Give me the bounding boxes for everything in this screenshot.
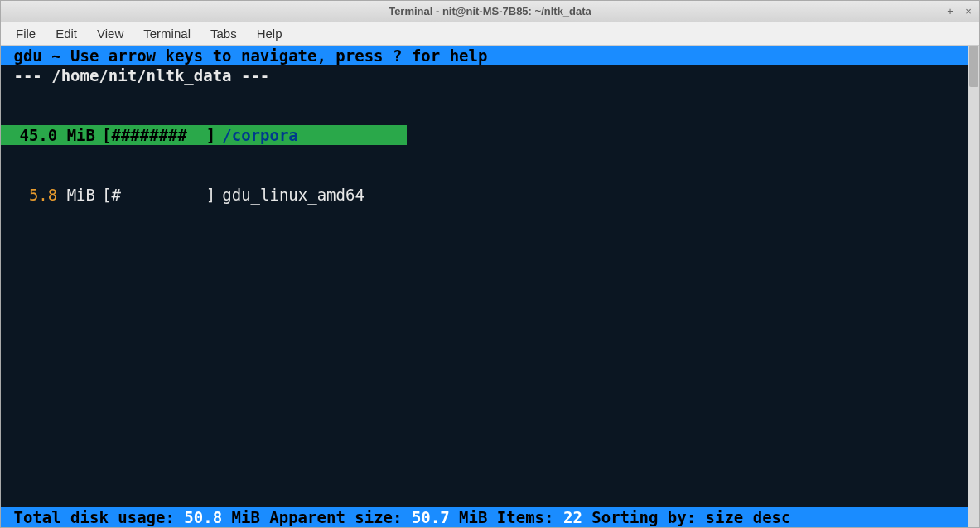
path-prefix: ---	[4, 66, 51, 85]
menu-edit[interactable]: Edit	[47, 25, 85, 42]
path-text: /home/nit/nltk_data	[51, 66, 231, 85]
scrollbar-thumb[interactable]	[969, 46, 978, 87]
menu-tabs[interactable]: Tabs	[202, 25, 245, 42]
scrollbar[interactable]	[968, 46, 979, 527]
terminal-viewport[interactable]: gdu ~ Use arrow keys to navigate, press …	[1, 46, 968, 527]
window-title: Terminal - nit@nit-MS-7B85: ~/nltk_data	[389, 5, 591, 17]
menubar: File Edit View Terminal Tabs Help	[1, 22, 979, 46]
menu-view[interactable]: View	[89, 25, 132, 42]
terminal-window: Terminal - nit@nit-MS-7B85: ~/nltk_data …	[0, 0, 980, 528]
row-bar: [# ]	[102, 185, 215, 205]
path-suffix: ---	[232, 66, 270, 85]
menu-terminal[interactable]: Terminal	[135, 25, 199, 42]
menu-help[interactable]: Help	[249, 25, 291, 42]
gdu-row-selected[interactable]: 45.0 MiB [######## ] /corpora	[1, 125, 407, 145]
menu-file[interactable]: File	[7, 25, 44, 42]
row-size: 45.0 MiB	[4, 125, 95, 145]
gdu-path-line: --- /home/nit/nltk_data ---	[1, 65, 968, 85]
row-name: /corpora	[222, 125, 298, 145]
gdu-row[interactable]: 5.8 MiB [# ] gdu_linux_amd64	[1, 185, 968, 205]
maximize-button[interactable]: +	[944, 5, 956, 17]
minimize-button[interactable]: –	[926, 5, 938, 17]
gdu-rows: 45.0 MiB [######## ] /corpora 5.8 MiB [#…	[1, 85, 968, 507]
row-bar: [######## ]	[102, 125, 215, 145]
row-size: 5.8 MiB	[4, 185, 95, 205]
close-button[interactable]: ×	[963, 5, 974, 17]
window-controls: – + ×	[926, 1, 974, 22]
gdu-header: gdu ~ Use arrow keys to navigate, press …	[1, 46, 968, 65]
titlebar[interactable]: Terminal - nit@nit-MS-7B85: ~/nltk_data …	[1, 1, 979, 22]
row-name: gdu_linux_amd64	[222, 185, 364, 205]
gdu-footer: Total disk usage: 50.8 MiB Apparent size…	[1, 507, 968, 527]
terminal-wrap: gdu ~ Use arrow keys to navigate, press …	[1, 46, 979, 527]
